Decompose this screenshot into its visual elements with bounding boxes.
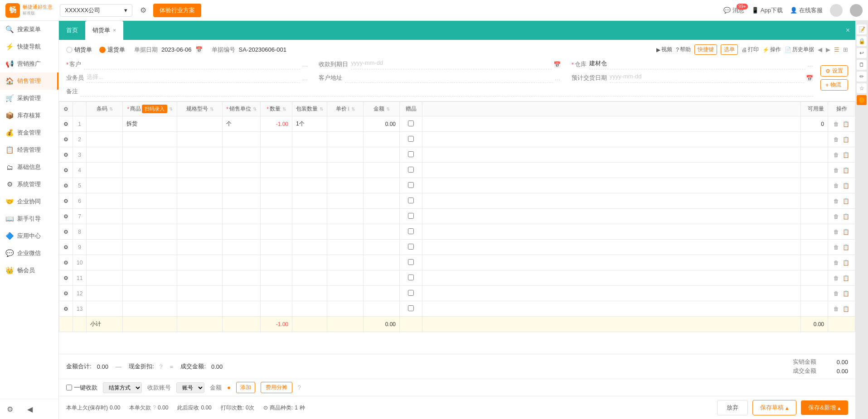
row-product[interactable]: 拆货	[123, 116, 177, 132]
gift-checkbox[interactable]	[408, 197, 414, 203]
payment-due-calendar-icon[interactable]: 📅	[553, 61, 561, 68]
row-product[interactable]	[123, 193, 177, 209]
gift-checkbox[interactable]	[408, 136, 414, 142]
row-barcode[interactable]	[87, 301, 123, 317]
row-pkg-qty[interactable]	[292, 163, 327, 178]
row-note[interactable]	[422, 224, 801, 240]
copy-icon[interactable]: 📋	[843, 260, 849, 266]
row-pkg-qty[interactable]	[292, 178, 327, 193]
row-spec[interactable]	[177, 132, 223, 147]
right-panel-btn-3[interactable]: ↩	[857, 48, 867, 58]
row-note[interactable]	[422, 163, 801, 178]
sort-product-icon[interactable]: ⇅	[169, 106, 173, 111]
row-price[interactable]	[327, 286, 364, 301]
row-price[interactable]	[327, 178, 364, 193]
row-qty[interactable]	[261, 240, 292, 255]
tab-home[interactable]: 首页	[59, 21, 85, 40]
copy-icon[interactable]: 📋	[843, 213, 849, 220]
row-settings-icon[interactable]: ⚙	[59, 116, 73, 132]
expense-split-button[interactable]: 费用分摊	[261, 382, 292, 393]
customer-addr-dots-icon[interactable]: …	[555, 75, 561, 82]
view-grid-icon[interactable]: ⊞	[843, 46, 848, 53]
row-pkg-qty[interactable]	[292, 193, 327, 209]
right-panel-btn-5[interactable]: ✏	[857, 72, 867, 82]
row-unit[interactable]	[223, 209, 261, 224]
row-qty[interactable]: -1.00	[261, 116, 292, 132]
right-panel-btn-6[interactable]: ☆	[857, 83, 867, 93]
right-panel-btn-1[interactable]: 📝	[857, 24, 867, 34]
row-gift[interactable]	[400, 301, 422, 317]
row-qty[interactable]	[261, 270, 292, 286]
delete-icon[interactable]: 🗑	[834, 290, 839, 297]
sort-price-icon[interactable]: ⇅	[351, 106, 355, 111]
row-gift[interactable]	[400, 240, 422, 255]
row-barcode[interactable]	[87, 116, 123, 132]
row-unit[interactable]	[223, 270, 261, 286]
warehouse-dots-icon[interactable]: …	[807, 61, 813, 68]
row-settings-icon[interactable]: ⚙	[59, 286, 73, 301]
row-spec[interactable]	[177, 116, 223, 132]
row-amount[interactable]	[364, 301, 400, 317]
row-spec[interactable]	[177, 301, 223, 317]
row-settings-icon[interactable]: ⚙	[59, 224, 73, 240]
row-settings-icon[interactable]: ⚙	[59, 193, 73, 209]
delete-icon[interactable]: 🗑	[834, 152, 839, 158]
row-amount[interactable]	[364, 240, 400, 255]
row-note[interactable]	[422, 193, 801, 209]
copy-icon[interactable]: 📋	[843, 244, 849, 250]
sidebar-item-basic[interactable]: 🗂 基础信息	[0, 159, 58, 176]
sidebar-item-business[interactable]: 📋 经营管理	[0, 141, 58, 159]
warehouse-input[interactable]: 建材仓	[589, 59, 805, 69]
sort-unit-icon[interactable]: ⇅	[253, 106, 257, 111]
copy-icon[interactable]: 📋	[843, 183, 849, 189]
tab-close-icon[interactable]: ×	[113, 27, 116, 34]
gift-checkbox[interactable]	[408, 259, 414, 265]
experience-button[interactable]: 体验行业方案	[153, 4, 201, 17]
row-qty[interactable]	[261, 163, 292, 178]
payment-due-input[interactable]: yyyy-mm-dd	[351, 59, 551, 69]
row-product[interactable]	[123, 224, 177, 240]
row-amount[interactable]	[364, 286, 400, 301]
tab-close-all[interactable]: ×	[846, 26, 855, 34]
sidebar-item-enterprise[interactable]: 🤝 企业协同	[0, 193, 58, 210]
row-product[interactable]	[123, 163, 177, 178]
avatar2[interactable]	[850, 4, 863, 17]
row-barcode[interactable]	[87, 270, 123, 286]
calendar-icon[interactable]: 📅	[195, 46, 203, 53]
save-new-button[interactable]: 保存&新增 ▴	[801, 400, 848, 415]
row-price[interactable]	[327, 132, 364, 147]
row-spec[interactable]	[177, 163, 223, 178]
row-barcode[interactable]	[87, 163, 123, 178]
row-gift[interactable]	[400, 193, 422, 209]
customer-dots-icon[interactable]: …	[302, 61, 308, 68]
row-gift[interactable]	[400, 255, 422, 270]
row-unit[interactable]	[223, 301, 261, 317]
row-pkg-qty[interactable]	[292, 147, 327, 163]
row-barcode[interactable]	[87, 193, 123, 209]
row-barcode[interactable]	[87, 209, 123, 224]
row-unit[interactable]: 个	[223, 116, 261, 132]
row-settings-icon[interactable]: ⚙	[59, 132, 73, 147]
sidebar-item-quicknav[interactable]: ⚡ 快捷导航	[0, 38, 58, 55]
gift-checkbox[interactable]	[408, 290, 414, 296]
one-click-checkbox[interactable]	[66, 385, 72, 390]
row-pkg-qty[interactable]	[292, 209, 327, 224]
copy-icon[interactable]: 📋	[843, 229, 849, 235]
row-qty[interactable]	[261, 286, 292, 301]
row-spec[interactable]	[177, 193, 223, 209]
gift-checkbox[interactable]	[408, 182, 414, 188]
gift-checkbox[interactable]	[408, 244, 414, 250]
row-unit[interactable]	[223, 193, 261, 209]
row-note[interactable]	[422, 116, 801, 132]
row-pkg-qty[interactable]	[292, 255, 327, 270]
right-panel-btn-2[interactable]: 🔒	[857, 36, 867, 46]
row-amount[interactable]	[364, 178, 400, 193]
row-barcode[interactable]	[87, 178, 123, 193]
app-download-button[interactable]: 📱 App下载	[752, 6, 783, 14]
copy-icon[interactable]: 📋	[843, 198, 849, 204]
sidebar-item-wechat[interactable]: 💬 企业微信	[0, 245, 58, 262]
sidebar-item-system[interactable]: ⚙ 系统管理	[0, 176, 58, 193]
video-link[interactable]: ▶ 视频	[656, 46, 672, 53]
row-product[interactable]	[123, 132, 177, 147]
copy-icon[interactable]: 📋	[843, 275, 849, 281]
